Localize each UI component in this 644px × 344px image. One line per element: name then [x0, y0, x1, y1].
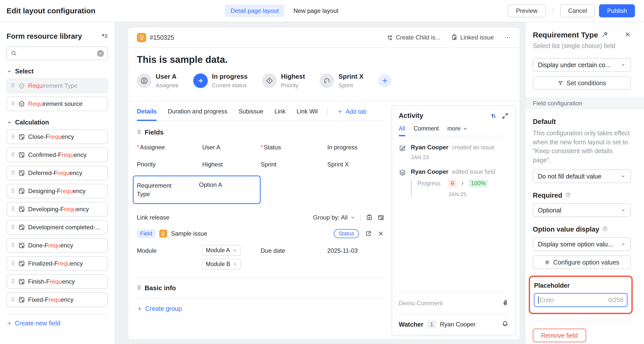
library-item-designing-frequency[interactable]: ⠿ Designing-Frequency — [7, 184, 108, 198]
field-type-subtitle: Select list (single choice) field — [533, 42, 631, 50]
tab-new-page-layout[interactable]: New page layout — [288, 5, 344, 17]
remove-tag-icon[interactable] — [233, 248, 237, 252]
tab-subissue[interactable]: Subissue — [238, 108, 263, 120]
pin-icon[interactable] — [602, 31, 608, 39]
sort-order-icon[interactable] — [490, 113, 497, 119]
attribute-sprint[interactable]: Sprint XSprint — [319, 73, 364, 89]
drag-handle-icon: ⠿ — [137, 130, 141, 135]
field-badge: Field — [137, 229, 155, 238]
field-value-assignee[interactable]: User A — [202, 144, 261, 151]
add-tab-button[interactable]: Add tab — [337, 108, 367, 115]
library-item-done-frequency[interactable]: ⠿ Done-Frequency — [7, 238, 108, 253]
field-label: Designing-Frequency — [28, 188, 86, 195]
library-item-finalized-frequency[interactable]: ⠿ Finalized-Frequency — [7, 256, 108, 271]
issue-id: #150325 — [150, 34, 174, 41]
required-dropdown[interactable]: Optional — [533, 203, 631, 217]
set-conditions-button[interactable]: Set conditions — [533, 76, 631, 90]
collapse-panel-icon[interactable] — [101, 33, 108, 40]
group-by-dropdown[interactable]: Group by: All — [313, 214, 355, 221]
activity-tab-comment[interactable]: Comment — [414, 125, 439, 136]
drag-handle-icon: ⠿ — [11, 170, 15, 176]
field-label-sprint: Sprint — [261, 161, 327, 168]
publish-button[interactable]: Publish — [599, 4, 635, 17]
field-value-sprint[interactable]: Sprint X — [327, 161, 384, 168]
board-filter-icon[interactable] — [378, 214, 384, 221]
default-value-dropdown[interactable]: Do not fill default value — [533, 169, 631, 183]
field-label: Confirmed-Frequency — [28, 151, 87, 158]
configure-option-values-button[interactable]: Configure option values — [533, 255, 631, 269]
search-icon — [11, 50, 17, 57]
library-item-fixed-frequency[interactable]: ⠿ Fixed-Frequency — [7, 292, 108, 307]
help-icon[interactable] — [602, 226, 608, 233]
selected-field-requirement-type[interactable]: Requirement Type Option A — [133, 176, 261, 204]
remove-field-button[interactable]: Remove field — [533, 329, 586, 342]
tab-detail-page-layout[interactable]: Detail page layout — [225, 5, 284, 17]
add-attribute-button[interactable] — [378, 74, 392, 88]
library-item-development-completed[interactable]: ⠿ Development completed-... — [7, 220, 108, 235]
comment-placeholder[interactable]: Demo Comment — [399, 300, 443, 307]
remove-tag-icon[interactable] — [233, 262, 237, 266]
more-actions-button[interactable] — [504, 34, 511, 41]
activity-tab-more[interactable]: more — [447, 125, 468, 136]
create-child-issue-button[interactable]: Create Child is... — [386, 34, 440, 41]
placeholder-input[interactable] — [539, 296, 608, 304]
activity-tab-all[interactable]: All — [399, 125, 405, 136]
library-item-deferred-frequency[interactable]: ⠿ Deferred-Frequency — [7, 166, 108, 180]
divider — [533, 321, 631, 322]
add-release-icon[interactable] — [366, 214, 373, 221]
avatar — [137, 73, 151, 88]
field-value-priority[interactable]: Highest — [202, 161, 261, 168]
create-new-field-button[interactable]: Create new field — [7, 320, 60, 327]
edit-icon — [399, 144, 406, 152]
open-external-icon[interactable] — [365, 230, 372, 237]
section-calculation[interactable]: Calculation — [7, 119, 108, 126]
chevron-down-icon — [462, 126, 468, 132]
attachment-icon[interactable] — [502, 299, 508, 307]
activity-user[interactable]: Ryan Cooper — [411, 168, 448, 175]
expand-icon[interactable] — [502, 113, 508, 119]
library-search-box — [7, 47, 108, 60]
select-field-icon — [18, 82, 25, 89]
bell-icon[interactable] — [502, 320, 508, 328]
fields-section-header[interactable]: ⠿ Fields — [137, 128, 384, 136]
close-icon[interactable] — [624, 31, 631, 39]
section-select[interactable]: Select — [7, 68, 108, 75]
status-badge[interactable]: Status — [334, 229, 359, 238]
tab-details[interactable]: Details — [137, 108, 157, 120]
field-value-status[interactable]: In progress — [327, 144, 384, 151]
linked-issue-title[interactable]: Sample issue — [171, 230, 207, 237]
cancel-button[interactable]: Cancel — [560, 4, 595, 17]
field-value-due-date[interactable]: 2025-11-03 — [327, 247, 384, 254]
attribute-priority[interactable]: HighestPriority — [262, 73, 305, 89]
linked-issue-button[interactable]: Linked issue — [451, 34, 494, 41]
library-item-finish-frequency[interactable]: ⠿ Finish-Frequency — [7, 274, 108, 289]
library-item-confirmed-frequency[interactable]: ⠿ Confirmed-Frequency — [7, 148, 108, 162]
tab-duration-and-progress[interactable]: Duration and progress — [168, 108, 227, 120]
help-icon[interactable] — [565, 192, 571, 199]
link-release-row: Link release Group by: All — [137, 214, 384, 221]
drag-handle-icon: ⠿ — [11, 261, 15, 267]
top-actions: Preview Cancel Publish — [508, 4, 635, 17]
create-group-button[interactable]: Create group — [137, 305, 182, 312]
tab-link[interactable]: Link — [274, 108, 286, 120]
preview-button[interactable]: Preview — [508, 4, 545, 17]
close-icon[interactable] — [378, 230, 384, 237]
watcher-name[interactable]: Ryan Cooper — [440, 321, 475, 328]
basic-info-section-header[interactable]: ⠿ Basic info — [137, 284, 384, 292]
attribute-status[interactable]: In progressCurrent status — [193, 73, 248, 89]
search-input[interactable] — [20, 50, 95, 57]
library-item-requirement-source[interactable]: ⠿ Requirement source — [7, 97, 108, 111]
module-tag[interactable]: Module B — [202, 259, 241, 270]
activity-user[interactable]: Ryan Cooper — [411, 144, 448, 151]
field-label: Done-Frequency — [28, 242, 73, 249]
field-inspector-panel: Requirement Type Select list (single cho… — [526, 22, 644, 344]
display-condition-dropdown[interactable]: Display under certain co... — [533, 58, 631, 72]
tab-link-wil[interactable]: Link Wil — [297, 108, 318, 120]
attribute-assignee[interactable]: User AAssignee — [137, 73, 179, 89]
library-item-close-frequency[interactable]: ⠿ Close-Frequency — [7, 130, 108, 144]
module-tag[interactable]: Module A — [202, 245, 240, 256]
clear-search-icon[interactable] — [97, 50, 104, 57]
option-value-display-dropdown[interactable]: Display some option valu... — [533, 237, 631, 251]
library-item-developing-frequency[interactable]: ⠿ Developing-Frequency — [7, 202, 108, 217]
library-item-requirement-type[interactable]: ⠿ Requirement Type — [7, 78, 108, 93]
